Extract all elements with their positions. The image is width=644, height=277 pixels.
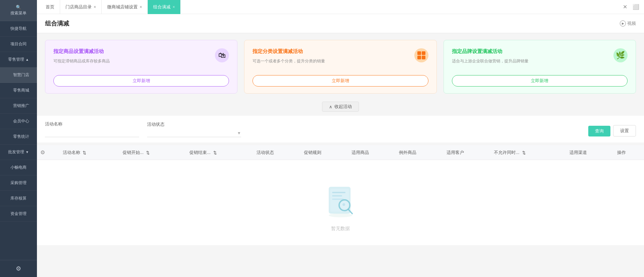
tab-store-catalog[interactable]: 门店商品目录 × — [60, 0, 102, 14]
sidebar-item-project-contract[interactable]: 项目合同 — [0, 37, 37, 52]
sidebar-item-xiaochang[interactable]: 小畅电商 — [0, 160, 37, 175]
activity-status-select[interactable]: ▼ — [147, 129, 241, 137]
activity-name-input[interactable] — [45, 129, 139, 137]
sidebar-item-retail-mall[interactable]: 零售商城 — [0, 83, 37, 98]
svg-rect-2 — [417, 56, 421, 59]
svg-rect-8 — [332, 195, 342, 197]
th-promo-rule: 促销规则 — [301, 145, 348, 160]
sidebar-label-retail-mgmt: 零售管理 — [8, 57, 24, 62]
empty-state: 暂无数据 — [37, 160, 644, 245]
product-card: 🛍 指定商品设置满减活动 可指定滞销商品或库存较多商品 立即新增 — [45, 40, 237, 94]
th-promo-start[interactable]: 促销开始... ⇅ — [119, 145, 186, 160]
sidebar-item-inventory[interactable]: 库存核算 — [0, 191, 37, 206]
svg-rect-7 — [332, 192, 346, 193]
collapse-bar: ∧ 收起活动 — [37, 100, 644, 116]
sidebar-search[interactable]: 🔍 搜索菜单 — [0, 0, 37, 21]
th-applicable-channel: 适用渠道 — [566, 145, 613, 160]
tab-store-catalog-close[interactable]: × — [94, 5, 96, 9]
main-area: 首页 门店商品目录 × 微商城店铺设置 × 组合满减 × ✕ ⬜ 组合满减 ▶ … — [37, 0, 644, 277]
sidebar-label-finance: 资金管理 — [10, 211, 27, 217]
brand-card-add-btn[interactable]: 立即新增 — [452, 75, 628, 87]
sidebar-label-member-center: 会员中心 — [13, 118, 29, 124]
th-applicable-goods: 适用商品 — [348, 145, 396, 160]
svg-rect-3 — [422, 56, 425, 59]
retail-mgmt-arrow-icon: ▲ — [26, 58, 29, 61]
th-activity-status: 活动状态 — [253, 145, 301, 160]
search-icon: 🔍 — [16, 5, 21, 10]
sidebar-item-marketing[interactable]: 营销推广 — [0, 98, 37, 114]
sidebar-label-marketing: 营销推广 — [13, 103, 29, 109]
sort-promo-start-icon: ⇅ — [146, 150, 150, 155]
tab-wechat-store-close[interactable]: × — [140, 5, 142, 9]
tab-combo-discount-close[interactable]: × — [173, 5, 175, 9]
sort-activity-name-icon: ⇅ — [83, 150, 86, 155]
th-not-allow-simultaneous[interactable]: 不允许同时... ⇅ — [491, 145, 566, 160]
category-card-add-btn[interactable]: 立即新增 — [252, 75, 428, 87]
activity-status-label: 活动状态 — [147, 121, 241, 127]
window-maximize-btn[interactable]: ⬜ — [631, 2, 641, 11]
brand-card: 🌿 指定品牌设置满减活动 适合与上游企业联合做营销，提升品牌销量 立即新增 — [444, 40, 636, 94]
collapse-activity-btn[interactable]: ∧ 收起活动 — [322, 102, 359, 112]
sidebar-item-retail-stats[interactable]: 零售统计 — [0, 129, 37, 145]
sort-simultaneous-icon: ⇅ — [522, 150, 526, 155]
svg-rect-1 — [422, 51, 425, 55]
sidebar-label-smart-store: 智慧门店 — [13, 72, 29, 78]
sidebar-label-inventory: 库存核算 — [10, 196, 27, 201]
sidebar-label-retail-mall: 零售商城 — [13, 88, 29, 93]
table-gear-icon[interactable]: ⚙ — [40, 150, 45, 155]
page-header: 组合满减 ▶ 视频 — [37, 14, 644, 33]
sidebar-label-project-contract: 项目合同 — [10, 41, 27, 47]
sidebar-item-wholesale-mgmt[interactable]: 批发管理 ▼ — [0, 145, 37, 160]
sidebar-item-smart-store[interactable]: 智慧门店 — [0, 67, 37, 83]
category-card-icon — [414, 48, 428, 62]
table-section: ⚙ 活动名称 ⇅ 促销开始... ⇅ 促销结束... ⇅ — [37, 145, 644, 245]
sidebar: 🔍 搜索菜单 快捷导航 项目合同 零售管理 ▲ 智慧门店 零售商城 营销推广 会… — [0, 0, 37, 277]
chevron-down-icon: ▼ — [237, 131, 241, 135]
sidebar-label-quick-nav: 快捷导航 — [10, 26, 27, 32]
th-promo-end[interactable]: 促销结束... ⇅ — [186, 145, 253, 160]
collapse-btn-label: 收起活动 — [334, 104, 352, 110]
sidebar-label-retail-stats: 零售统计 — [13, 134, 29, 140]
tab-combo-discount[interactable]: 组合满减 × — [148, 0, 181, 14]
sort-promo-end-icon: ⇅ — [213, 150, 217, 155]
category-card-title: 指定分类设置满减活动 — [252, 48, 428, 55]
empty-text: 暂无数据 — [331, 226, 350, 232]
th-activity-name[interactable]: 活动名称 ⇅ — [59, 145, 119, 160]
filter-section: 活动名称 活动状态 ▼ 查询 设置 — [37, 116, 644, 143]
setting-button[interactable]: 设置 — [613, 125, 636, 136]
window-close-btn[interactable]: ✕ — [622, 2, 629, 11]
data-table: ⚙ 活动名称 ⇅ 促销开始... ⇅ 促销结束... ⇅ — [37, 145, 644, 160]
svg-rect-9 — [332, 199, 344, 200]
brand-card-icon: 🌿 — [613, 48, 628, 62]
tab-bar: 首页 门店商品目录 × 微商城店铺设置 × 组合满减 × ✕ ⬜ — [37, 0, 644, 14]
tab-home[interactable]: 首页 — [40, 0, 60, 14]
page-title: 组合满减 — [45, 19, 69, 27]
wholesale-arrow-icon: ▼ — [26, 150, 29, 154]
query-button[interactable]: 查询 — [588, 126, 610, 136]
video-link[interactable]: ▶ 视频 — [620, 20, 636, 26]
product-card-desc: 可指定滞销商品或库存较多商品 — [53, 58, 229, 69]
tab-wechat-store-label: 微商城店铺设置 — [107, 4, 138, 10]
sidebar-item-finance[interactable]: 资金管理 — [0, 206, 37, 222]
table-header-row: ⚙ 活动名称 ⇅ 促销开始... ⇅ 促销结束... ⇅ — [37, 145, 644, 160]
cards-section: 🛍 指定商品设置满减活动 可指定滞销商品或库存较多商品 立即新增 指定分类设置满… — [37, 33, 644, 100]
sidebar-label-purchase-mgmt: 采购管理 — [10, 180, 27, 186]
th-applicable-customer: 适用客户 — [443, 145, 491, 160]
page-content: 组合满减 ▶ 视频 🛍 指定商品设置满减活动 可指定滞销商品或库存较多商品 立即… — [37, 14, 644, 277]
tab-home-label: 首页 — [46, 4, 54, 10]
tab-bar-actions: ✕ ⬜ — [622, 2, 641, 11]
sidebar-item-retail-mgmt[interactable]: 零售管理 ▲ — [0, 52, 37, 67]
tab-wechat-store[interactable]: 微商城店铺设置 × — [102, 0, 148, 14]
product-card-add-btn[interactable]: 立即新增 — [53, 75, 229, 87]
product-card-title: 指定商品设置满减活动 — [53, 48, 229, 55]
sidebar-item-quick-nav[interactable]: 快捷导航 — [0, 21, 37, 37]
activity-status-field: 活动状态 ▼ — [147, 121, 241, 137]
th-gear[interactable]: ⚙ — [37, 145, 59, 160]
sidebar-settings-btn[interactable]: ⚙ — [0, 260, 37, 277]
brand-card-desc: 适合与上游企业联合做营销，提升品牌销量 — [452, 58, 628, 69]
sidebar-label-wholesale-mgmt: 批发管理 — [8, 149, 24, 155]
sidebar-item-purchase-mgmt[interactable]: 采购管理 — [0, 175, 37, 191]
th-exception-goods: 例外商品 — [396, 145, 443, 160]
sidebar-item-member-center[interactable]: 会员中心 — [0, 114, 37, 129]
th-operation: 操作 — [614, 145, 644, 160]
